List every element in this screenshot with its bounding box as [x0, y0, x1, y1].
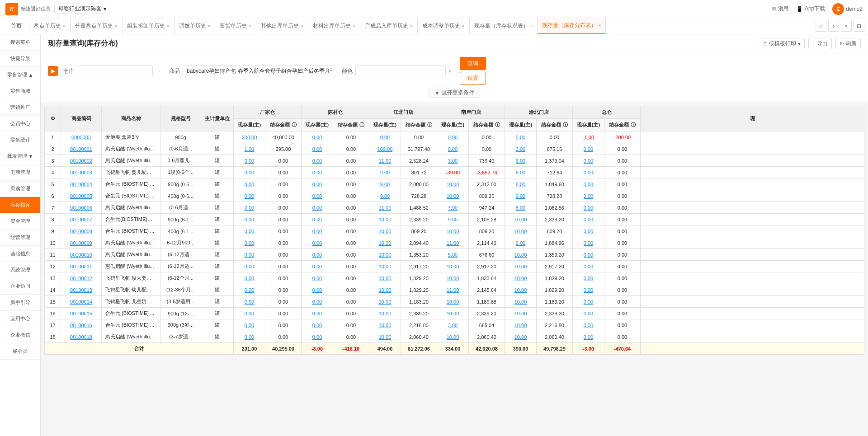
yubei-qty-link[interactable]: 10.00: [514, 287, 527, 293]
total-qty-link[interactable]: 0.00: [584, 311, 593, 316]
code-link[interactable]: 00100013: [70, 287, 92, 293]
code-link[interactable]: 00100004: [70, 182, 92, 187]
tab-maximize-btn[interactable]: ⊡: [854, 21, 864, 32]
jiangbei-qty-link[interactable]: 10.00: [379, 252, 392, 258]
tab-1[interactable]: 盘点单历史 ×: [29, 18, 71, 34]
tab-close-4[interactable]: ×: [208, 23, 211, 28]
chenlu-qty-link[interactable]: 0.00: [312, 334, 322, 340]
nangan-qty-link[interactable]: 7.00: [448, 205, 458, 211]
expand-arrow-btn[interactable]: ▶: [48, 66, 58, 76]
nangan-qty-link[interactable]: 10.00: [447, 299, 459, 305]
chenlu-qty-link[interactable]: 0.00: [312, 252, 322, 258]
tab-8[interactable]: 产成品入库单历史 ×: [360, 18, 418, 34]
tab-close-11[interactable]: ×: [598, 23, 601, 28]
code-link[interactable]: 00100012: [70, 276, 92, 281]
total-qty-link[interactable]: 0.00: [584, 229, 593, 234]
yubei-qty-link[interactable]: 10.00: [514, 252, 527, 258]
factory-qty-link[interactable]: 0.00: [245, 217, 254, 222]
jiangbei-qty-link[interactable]: 0.00: [380, 135, 390, 140]
jiangbei-qty-link[interactable]: 10.00: [379, 264, 392, 269]
code-link[interactable]: 00100008: [70, 229, 92, 234]
settings-btn[interactable]: 设置: [460, 72, 486, 85]
warehouse-input[interactable]: [77, 66, 153, 76]
total-qty-link[interactable]: 0.00: [584, 217, 593, 222]
industry-selector[interactable]: 母婴行业演示陈套 ▾: [54, 4, 110, 14]
tab-close-8[interactable]: ×: [410, 23, 413, 28]
factory-qty-link[interactable]: 0.00: [245, 287, 254, 293]
yubei-qty-link[interactable]: 10.00: [514, 323, 527, 328]
warehouse-dots-btn[interactable]: ···: [156, 68, 164, 74]
jiangbei-qty-link[interactable]: 11.00: [379, 158, 392, 164]
nangan-qty-link[interactable]: 5.00: [448, 252, 458, 258]
sidebar-item-enterprise[interactable]: 企业协同: [0, 278, 40, 295]
total-qty-link[interactable]: 0.00: [584, 170, 593, 175]
nangan-qty-link[interactable]: 3.00: [448, 323, 458, 328]
code-link[interactable]: 00100003: [70, 170, 92, 175]
code-link[interactable]: 0000003: [71, 135, 91, 140]
total-qty-link[interactable]: 0.00: [584, 287, 593, 293]
factory-qty-link[interactable]: 0.00: [245, 311, 254, 316]
nangan-qty-link[interactable]: 10.00: [447, 229, 459, 234]
tab-5[interactable]: 要货单历史 ×: [215, 18, 256, 34]
jiangbei-qty-link[interactable]: 10.00: [379, 276, 392, 281]
sidebar-item-retail-mall[interactable]: 零售商城: [0, 83, 40, 99]
factory-qty-link[interactable]: 0.00: [245, 252, 254, 258]
sidebar-item-marketing[interactable]: 营销推广: [0, 99, 40, 116]
code-link[interactable]: 00100015: [70, 311, 92, 316]
factory-qty-link[interactable]: 0.00: [245, 299, 254, 305]
chenlu-qty-link[interactable]: 0.00: [312, 182, 322, 187]
yubei-qty-link[interactable]: 8.00: [516, 170, 525, 175]
chenlu-qty-link[interactable]: 0.00: [312, 146, 322, 152]
total-qty-link[interactable]: 0.00: [584, 334, 593, 340]
nangan-qty-link[interactable]: 3.00: [448, 158, 458, 164]
code-link[interactable]: 00100014: [70, 299, 92, 305]
color-input[interactable]: [355, 66, 446, 76]
nangan-qty-link[interactable]: 11.00: [447, 287, 459, 293]
sidebar-item-member[interactable]: 会员中心: [0, 116, 40, 132]
total-qty-link[interactable]: 0.00: [584, 146, 593, 152]
chenlu-qty-link[interactable]: 0.00: [312, 276, 322, 281]
tab-2[interactable]: 分量盘点单历史 ×: [71, 18, 123, 34]
jiangbei-qty-link[interactable]: 9.00: [380, 193, 390, 199]
tab-prev-btn[interactable]: ‹: [816, 21, 826, 32]
tab-home[interactable]: 首页: [4, 18, 29, 34]
jiangbei-qty-link[interactable]: 10.00: [379, 311, 392, 316]
nangan-qty-link[interactable]: 0.00: [448, 135, 458, 140]
sidebar-item-nav[interactable]: 快捷导航: [0, 51, 40, 67]
jiangbei-qty-link[interactable]: 10.00: [379, 299, 392, 305]
factory-qty-link[interactable]: 0.00: [245, 170, 254, 175]
total-qty-link[interactable]: 0.00: [584, 264, 593, 269]
user-area[interactable]: E demo2: [832, 3, 863, 15]
jiangbei-qty-link[interactable]: 10.00: [379, 229, 392, 234]
factory-qty-link[interactable]: 1.00: [245, 146, 254, 152]
chenlu-qty-link[interactable]: 0.00: [312, 193, 322, 199]
yubei-qty-link[interactable]: 9.00: [516, 193, 525, 199]
message-btn[interactable]: ✉ 消息: [772, 5, 789, 13]
tab-7[interactable]: 材料出库单历史 ×: [308, 18, 360, 34]
jiangbei-qty-link[interactable]: 109.00: [377, 146, 393, 152]
tab-close-9[interactable]: ×: [462, 23, 465, 28]
sidebar-item-app-center[interactable]: 应用中心: [0, 311, 40, 327]
chenlu-qty-link[interactable]: 0.00: [312, 311, 322, 316]
sidebar-item-system[interactable]: 系统管理: [0, 262, 40, 278]
sidebar-item-member2[interactable]: 畅会员: [0, 343, 40, 360]
yubei-qty-link[interactable]: 8.00: [516, 182, 525, 187]
tab-close-10[interactable]: ×: [530, 23, 533, 28]
total-qty-link[interactable]: 0.00: [584, 252, 593, 258]
total-qty-link[interactable]: 0.00: [584, 193, 593, 199]
tab-11-active[interactable]: 现存量（库存分布表） ×: [538, 18, 606, 34]
nangan-qty-link[interactable]: 9.00: [448, 217, 458, 222]
total-qty-link[interactable]: 0.00: [584, 276, 593, 281]
factory-qty-link[interactable]: 200.00: [242, 135, 257, 140]
code-link[interactable]: 00100007: [70, 217, 92, 222]
sidebar-item-retail-mgmt[interactable]: 零售管理 ▲: [0, 67, 40, 83]
sidebar-item-wechat[interactable]: 企业微信: [0, 327, 40, 343]
sidebar-item-wholesale-mgmt[interactable]: 批发管理 ▼: [0, 148, 40, 164]
factory-qty-link[interactable]: 0.00: [245, 205, 254, 211]
factory-qty-link[interactable]: 0.00: [245, 193, 254, 199]
sidebar-item-finance[interactable]: 资金管理: [0, 213, 40, 230]
yubei-qty-link[interactable]: 0.00: [516, 135, 525, 140]
chenlu-qty-link[interactable]: 0.00: [312, 264, 322, 269]
code-link[interactable]: 00100001: [70, 146, 92, 152]
sidebar-item-purchase[interactable]: 采购管理: [0, 181, 40, 197]
